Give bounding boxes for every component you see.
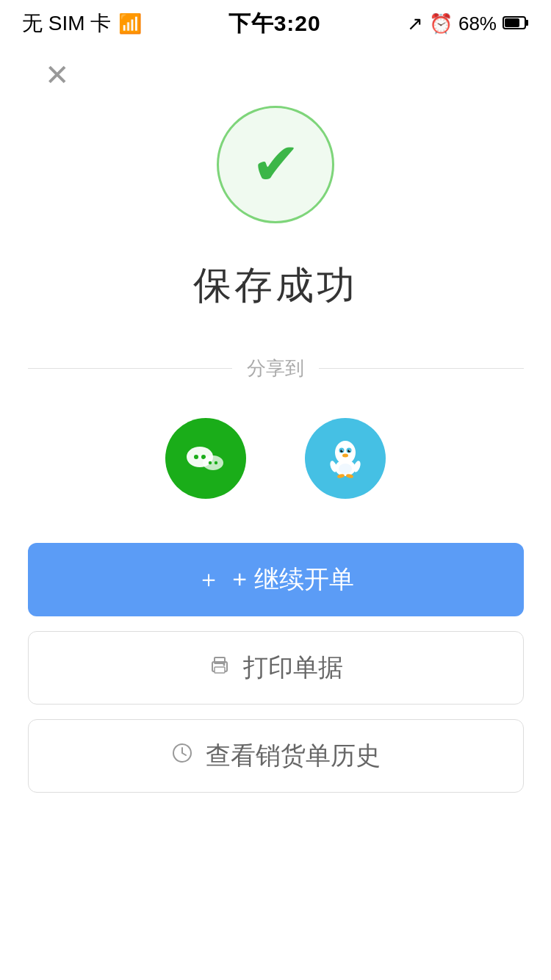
history-icon: [170, 741, 194, 771]
close-button[interactable]: ✕: [37, 54, 78, 96]
share-section: 分享到: [0, 356, 551, 499]
svg-point-15: [349, 450, 350, 451]
status-bar: 无 SIM 卡 📶 下午3:20 ↗ ⏰ 68%: [0, 0, 551, 47]
qq-share-button[interactable]: [305, 418, 386, 499]
svg-point-26: [223, 664, 226, 666]
share-icons: [165, 418, 386, 499]
success-title: 保存成功: [193, 260, 358, 311]
svg-rect-1: [525, 20, 528, 26]
alarm-icon: ⏰: [429, 12, 453, 35]
close-icon: ✕: [45, 60, 70, 90]
main-content: ✔ 保存成功 分享到: [0, 47, 551, 793]
status-time: 下午3:20: [228, 9, 321, 39]
status-right: ↗ ⏰ 68%: [407, 12, 529, 35]
share-label: 分享到: [247, 356, 304, 381]
qq-icon: [322, 435, 369, 482]
svg-point-18: [339, 464, 352, 474]
plus-icon: ＋: [197, 563, 220, 596]
svg-point-4: [194, 455, 198, 459]
print-button[interactable]: 打印单据: [28, 631, 524, 705]
svg-point-8: [215, 461, 217, 464]
history-label: 查看销货单历史: [206, 739, 381, 773]
no-sim-text: 无 SIM 卡: [22, 10, 111, 37]
battery-icon: [503, 12, 529, 35]
wechat-share-button[interactable]: [165, 418, 246, 499]
battery-percent: 68%: [458, 12, 497, 35]
svg-point-16: [342, 454, 348, 458]
print-label: 打印单据: [243, 651, 343, 685]
svg-point-7: [209, 461, 212, 464]
history-button[interactable]: 查看销货单历史: [28, 719, 524, 793]
svg-rect-25: [215, 667, 225, 673]
checkmark-icon: ✔: [251, 135, 300, 194]
divider-right: [319, 368, 524, 369]
buttons-section: ＋ + 继续开单 打印单据 查看销货单历: [28, 543, 524, 793]
continue-label: + 继续开单: [232, 563, 353, 597]
share-divider: 分享到: [28, 356, 524, 381]
svg-rect-2: [505, 18, 519, 27]
wechat-icon: [182, 435, 229, 482]
svg-point-6: [203, 455, 223, 470]
success-circle: ✔: [217, 106, 334, 223]
location-icon: ↗: [407, 12, 423, 35]
continue-button[interactable]: ＋ + 继续开单: [28, 543, 524, 616]
status-left: 无 SIM 卡 📶: [22, 10, 142, 37]
wifi-icon: 📶: [118, 12, 142, 35]
svg-point-14: [342, 450, 343, 451]
print-icon: [208, 653, 231, 682]
divider-left: [28, 368, 233, 369]
